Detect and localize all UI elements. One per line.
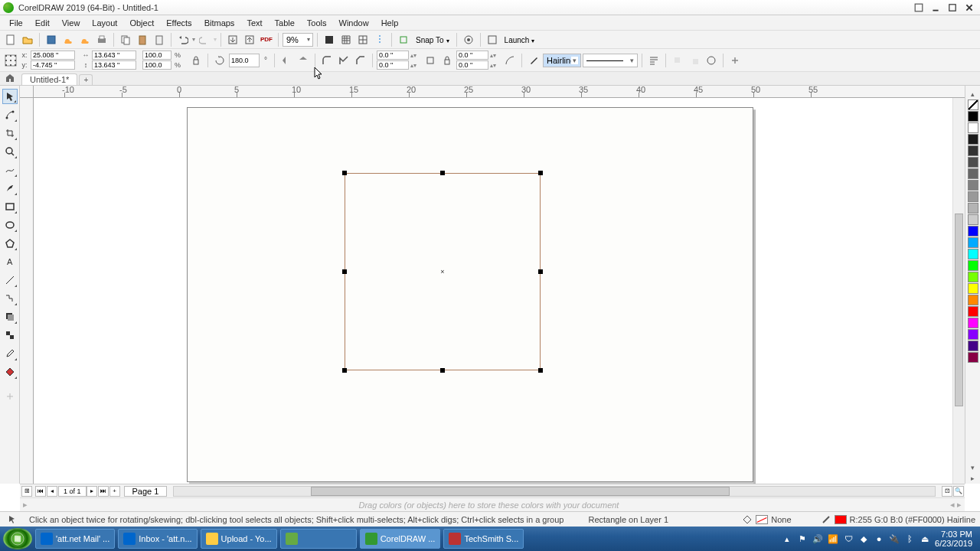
back-button[interactable] — [687, 53, 702, 68]
page-tab[interactable]: Page 1 — [124, 486, 168, 497]
options-button[interactable] — [461, 32, 476, 47]
crop-tool[interactable] — [2, 126, 18, 141]
clock[interactable]: 7:03 PM 6/23/2019 — [935, 530, 972, 548]
fill-tool[interactable] — [2, 364, 18, 380]
menu-object[interactable]: Object — [123, 17, 160, 29]
undo-button[interactable] — [175, 32, 191, 47]
corner-lock-icon[interactable] — [423, 53, 438, 68]
snap-dropdown[interactable]: Snap To ▾ — [413, 35, 452, 44]
color-swatch[interactable] — [968, 145, 978, 156]
color-swatch[interactable] — [968, 226, 978, 236]
color-swatch[interactable] — [968, 157, 978, 168]
x-input[interactable] — [31, 51, 75, 60]
next-page-button[interactable]: ▸ — [87, 486, 97, 497]
convert-curves-button[interactable] — [704, 53, 719, 68]
pick-tool[interactable] — [2, 89, 18, 104]
mirror-h-button[interactable] — [279, 53, 294, 68]
line-style-combo[interactable] — [583, 54, 638, 67]
paste-button[interactable] — [135, 32, 150, 47]
outline-pen-icon[interactable] — [526, 53, 541, 68]
fill-swatch[interactable] — [756, 515, 768, 524]
document-tab[interactable]: Untitled-1* — [21, 73, 77, 85]
export-button[interactable] — [242, 32, 257, 47]
corner-tr-input[interactable] — [456, 51, 488, 60]
color-swatch[interactable] — [968, 180, 978, 191]
canvas[interactable]: × — [34, 98, 965, 484]
vertical-ruler[interactable] — [20, 98, 34, 484]
clipboard-button[interactable] — [152, 32, 167, 47]
menu-help[interactable]: Help — [375, 17, 405, 29]
taskbar-item[interactable]: Upload - Yo... — [201, 529, 277, 549]
palette-fly[interactable]: ▸ — [971, 473, 975, 484]
tray-volume-icon[interactable]: 🔊 — [812, 533, 823, 544]
color-swatch[interactable] — [968, 122, 978, 133]
handle-ne[interactable] — [538, 171, 543, 175]
menu-edit[interactable]: Edit — [29, 17, 56, 29]
no-color-swatch[interactable] — [968, 99, 978, 110]
mirror-v-button[interactable] — [296, 53, 311, 68]
taskbar-item[interactable]: TechSmith S... — [443, 529, 524, 549]
add-button[interactable] — [727, 53, 743, 68]
color-swatch[interactable] — [968, 134, 978, 145]
cloud-up-button[interactable] — [60, 32, 76, 47]
horizontal-ruler[interactable]: -10-50510152025303540455055 — [34, 86, 965, 98]
polygon-tool[interactable] — [2, 236, 18, 251]
rotate-icon[interactable] — [212, 53, 227, 68]
add-page-button[interactable]: + — [109, 486, 120, 497]
tray-eject-icon[interactable]: ⏏ — [920, 533, 930, 544]
tray-app-icon-2[interactable]: ● — [874, 533, 884, 544]
color-swatch[interactable] — [968, 203, 978, 214]
corner-tl-input[interactable] — [377, 51, 409, 60]
tray-flag-icon[interactable]: ⚑ — [797, 533, 808, 544]
menu-file[interactable]: File — [3, 17, 29, 29]
taskbar-item[interactable] — [280, 529, 357, 549]
corner-br-input[interactable] — [456, 60, 488, 70]
y-input[interactable] — [31, 60, 75, 70]
outline-swatch[interactable] — [835, 515, 847, 524]
grid-button[interactable] — [338, 32, 354, 47]
guides-button[interactable] — [372, 32, 387, 47]
cloud-down-button[interactable] — [77, 32, 93, 47]
ellipse-tool[interactable] — [2, 217, 18, 233]
tray-network-icon[interactable]: 📶 — [828, 533, 838, 544]
start-button[interactable] — [3, 528, 32, 549]
taskbar-item[interactable]: 'att.net Mail' ... — [35, 529, 115, 549]
connector-tool[interactable] — [2, 291, 18, 306]
text-tool[interactable]: A — [2, 254, 18, 269]
transparency-tool[interactable] — [2, 328, 18, 343]
maximize-button[interactable] — [945, 2, 960, 14]
launch-dropdown[interactable]: Launch ▾ — [501, 35, 538, 44]
save-button[interactable] — [44, 32, 59, 47]
object-origin-icon[interactable] — [3, 53, 18, 68]
shape-tool[interactable] — [2, 107, 18, 122]
corner-chamfer-button[interactable] — [353, 53, 368, 68]
corner-scallop-button[interactable] — [336, 53, 351, 68]
new-button[interactable] — [3, 32, 18, 47]
width-input[interactable] — [92, 51, 136, 60]
color-swatch[interactable] — [968, 191, 978, 202]
fullscreen-button[interactable] — [322, 32, 337, 47]
navigator-button[interactable]: ⊡ — [942, 486, 952, 497]
color-swatch[interactable] — [968, 318, 978, 328]
artistic-media-tool[interactable] — [2, 181, 18, 196]
tray-shield-icon[interactable]: 🛡 — [843, 533, 854, 544]
page-counter-icon[interactable]: ⊞ — [21, 486, 32, 497]
scale-y-input[interactable] — [142, 60, 172, 70]
horizontal-scrollbar[interactable] — [173, 486, 936, 497]
color-swatch[interactable] — [968, 306, 978, 317]
parallel-dim-tool[interactable] — [2, 272, 18, 288]
handle-se[interactable] — [538, 368, 543, 373]
color-swatch[interactable] — [968, 329, 978, 340]
first-page-button[interactable]: ⏮ — [35, 486, 46, 497]
minimize-button[interactable] — [928, 2, 943, 14]
menu-bitmaps[interactable]: Bitmaps — [198, 17, 241, 29]
palette-down[interactable]: ▾ — [971, 462, 975, 473]
menu-view[interactable]: View — [56, 17, 87, 29]
front-button[interactable] — [670, 53, 685, 68]
last-page-button[interactable]: ⏭ — [98, 486, 109, 497]
vertical-scrollbar[interactable] — [952, 98, 965, 484]
lock-ratio-button[interactable] — [188, 53, 204, 68]
color-swatch[interactable] — [968, 295, 978, 305]
hscroll-thumb[interactable] — [311, 487, 729, 496]
color-swatch[interactable] — [968, 283, 978, 294]
